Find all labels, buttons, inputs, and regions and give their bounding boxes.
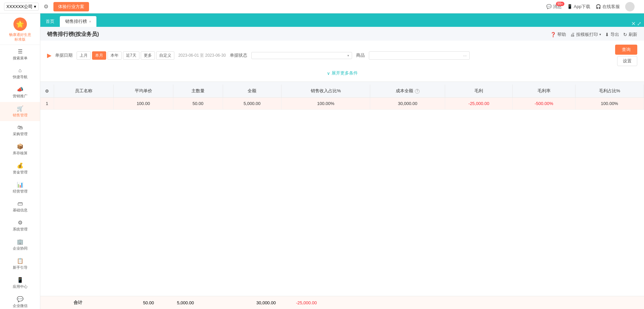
help-icon: ❓ bbox=[550, 32, 556, 37]
sidebar-item-nav[interactable]: ⌂ 快捷导航 bbox=[0, 64, 40, 83]
content-area: 首页 销售排行榜 × ✕ ⤢ 销售排行榜(按业务员) ❓ 帮助 bbox=[40, 13, 644, 309]
footer-total: 5,000.00 bbox=[177, 300, 194, 305]
cell-avg-price: 100.00 bbox=[114, 98, 173, 110]
sidebar-item-finance[interactable]: 💰 资金管理 bbox=[0, 159, 40, 178]
main-layout: 🌟 畅康通好生意标准版 ☰ 搜索菜单 ⌂ 快捷导航 📣 营销推广 🛒 销售管理 … bbox=[0, 13, 644, 309]
corp-icon: 🏢 bbox=[17, 239, 24, 245]
cell-cost-total: 30,000.00 bbox=[370, 98, 445, 110]
table-header-row: ⚙ 员工名称 平均单价 主数量 全额 销售收入占比% 成本全额 ? 毛利 bbox=[40, 85, 644, 98]
sidebar-item-corp[interactable]: 🏢 企业协同 bbox=[0, 235, 40, 254]
guide-icon: 📋 bbox=[17, 258, 24, 264]
sidebar-item-wechat[interactable]: 💬 企业微信 bbox=[0, 293, 40, 309]
sidebar-item-guide[interactable]: 📋 新手引导 bbox=[0, 254, 40, 273]
col-avg-price: 平均单价 bbox=[114, 85, 173, 98]
date-btn-this-year[interactable]: 本年 bbox=[108, 51, 122, 60]
status-filter-label: 单据状态 bbox=[230, 52, 247, 58]
col-settings[interactable]: ⚙ bbox=[40, 85, 54, 98]
goods-input[interactable]: ··· bbox=[369, 51, 470, 60]
ops-icon: 📊 bbox=[17, 182, 24, 188]
status-chevron-icon: ▾ bbox=[347, 54, 349, 57]
sidebar-label-ops: 经营管理 bbox=[13, 189, 28, 194]
sidebar: 🌟 畅康通好生意标准版 ☰ 搜索菜单 ⌂ 快捷导航 📣 营销推广 🛒 销售管理 … bbox=[0, 13, 40, 309]
sidebar-item-base[interactable]: 🗃 基础信息 bbox=[0, 197, 40, 216]
col-sales-pct: 销售收入占比% bbox=[281, 85, 370, 98]
message-badge: 99+ bbox=[556, 2, 564, 6]
sidebar-label-corp: 企业协同 bbox=[13, 246, 28, 251]
base-icon: 🗃 bbox=[17, 201, 23, 207]
help-label: 帮助 bbox=[557, 32, 566, 38]
sidebar-label-system: 系统管理 bbox=[13, 227, 28, 232]
sidebar-item-apps[interactable]: 📱 应用中心 bbox=[0, 273, 40, 293]
sidebar-item-system[interactable]: ⚙ 系统管理 bbox=[0, 216, 40, 235]
sales-icon: 🛒 bbox=[17, 105, 24, 112]
date-filter-label: 单据日期 bbox=[55, 52, 73, 58]
expand-more-button[interactable]: ∨ 展开更多条件 bbox=[327, 69, 358, 78]
sidebar-item-sales[interactable]: 🛒 销售管理 bbox=[0, 102, 40, 121]
table-footer: 合计 50.00 5,000.00 30,000.00 -25,000.00 bbox=[40, 296, 644, 309]
apps-icon: 📱 bbox=[17, 277, 24, 283]
sidebar-item-marketing[interactable]: 📣 营销推广 bbox=[0, 83, 40, 102]
cell-gross-pct: 100.00% bbox=[575, 98, 644, 110]
online-service-button[interactable]: 🎧 在线客服 bbox=[596, 4, 620, 10]
help-link[interactable]: ❓ 帮助 bbox=[550, 32, 566, 38]
filter-expand-arrow[interactable]: ▶ bbox=[47, 52, 51, 59]
page-header-actions: ❓ 帮助 🖨 按模板打印 ▾ ⬇ 导出 ↻ 刷新 bbox=[550, 32, 637, 38]
sidebar-label-base: 基础信息 bbox=[13, 208, 28, 213]
sidebar-label-nav: 快捷导航 bbox=[13, 74, 28, 80]
sidebar-item-inventory[interactable]: 📦 库存核算 bbox=[0, 140, 40, 159]
refresh-button[interactable]: ↻ 刷新 bbox=[623, 32, 637, 38]
query-button[interactable]: 查询 bbox=[615, 45, 637, 55]
headset-icon: 🎧 bbox=[596, 4, 601, 9]
sidebar-label-search: 搜索菜单 bbox=[13, 56, 28, 61]
sidebar-item-search[interactable]: ☰ 搜索菜单 bbox=[0, 45, 40, 64]
date-btn-7days[interactable]: 近7天 bbox=[123, 51, 139, 60]
sidebar-label-inventory: 库存核算 bbox=[13, 151, 28, 156]
tab-expand-icon[interactable]: ⤢ bbox=[637, 20, 641, 27]
export-button[interactable]: ⬇ 导出 bbox=[605, 32, 619, 38]
cell-sales-pct: 100.00% bbox=[281, 98, 370, 110]
tab-close-all-icon[interactable]: ✕ bbox=[631, 20, 636, 27]
app-download-button[interactable]: 📱 App下载 bbox=[567, 4, 590, 10]
print-button[interactable]: 🖨 按模板打印 ▾ bbox=[570, 32, 601, 38]
col-cost-total: 成本全额 ? bbox=[370, 85, 445, 98]
finance-icon: 💰 bbox=[17, 162, 24, 169]
sidebar-label-purchase: 采购管理 bbox=[13, 132, 28, 137]
data-table-wrapper: ⚙ 员工名称 平均单价 主数量 全额 销售收入占比% 成本全额 ? 毛利 bbox=[40, 85, 644, 296]
cost-total-help-icon[interactable]: ? bbox=[415, 89, 420, 94]
filter-expand-row: ∨ 展开更多条件 bbox=[47, 69, 637, 78]
tab-sales-ranking[interactable]: 销售排行榜 × bbox=[60, 16, 96, 27]
sidebar-item-purchase[interactable]: 🛍 采购管理 bbox=[0, 121, 40, 140]
tab-close-icon[interactable]: × bbox=[89, 19, 91, 23]
company-selector[interactable]: XXXXXX公司 ▾ bbox=[4, 3, 39, 11]
footer-gross-profit: -25,000.00 bbox=[296, 300, 317, 305]
status-select[interactable]: ▾ bbox=[251, 52, 352, 59]
data-table: ⚙ 员工名称 平均单价 主数量 全额 销售收入占比% 成本全额 ? 毛利 bbox=[40, 85, 644, 110]
print-label: 按模板打印 bbox=[576, 32, 598, 38]
date-btn-custom[interactable]: 自定义 bbox=[156, 51, 174, 60]
date-btn-more[interactable]: 更多 bbox=[141, 51, 155, 60]
date-btn-last-month[interactable]: 上月 bbox=[77, 51, 91, 60]
settings-icon[interactable]: ⚙ bbox=[41, 2, 51, 11]
date-btn-this-month[interactable]: 本月 bbox=[92, 51, 106, 60]
trial-button[interactable]: 体验行业方案 bbox=[53, 2, 89, 11]
table-row: 1100.0050.005,000.00100.00%30,000.00-25,… bbox=[40, 98, 644, 110]
tab-home-label: 首页 bbox=[46, 18, 54, 24]
date-button-group: 上月 本月 本年 近7天 更多 自定义 bbox=[77, 51, 174, 60]
page-header: 销售排行榜(按业务员) ❓ 帮助 🖨 按模板打印 ▾ ⬇ 导出 bbox=[40, 27, 644, 41]
sidebar-item-ops[interactable]: 📊 经营管理 bbox=[0, 178, 40, 197]
inventory-icon: 📦 bbox=[17, 143, 24, 150]
company-name: XXXXXX公司 bbox=[6, 4, 33, 10]
sidebar-logo: 🌟 畅康通好生意标准版 bbox=[0, 13, 40, 45]
refresh-icon: ↻ bbox=[623, 32, 627, 37]
message-button[interactable]: 💬 消息 99+ bbox=[546, 4, 562, 10]
date-range-text: 2023-06-01 至 2023-06-30 bbox=[178, 53, 226, 58]
expand-more-label: 展开更多条件 bbox=[332, 70, 358, 76]
tab-home[interactable]: 首页 bbox=[40, 16, 60, 27]
purchase-icon: 🛍 bbox=[17, 124, 23, 131]
sidebar-label-finance: 资金管理 bbox=[13, 170, 28, 175]
marketing-icon: 📣 bbox=[17, 86, 24, 93]
user-avatar[interactable] bbox=[625, 2, 635, 11]
settings-button[interactable]: 设置 bbox=[617, 56, 637, 66]
filter-row-1: ▶ 单据日期 上月 本月 本年 近7天 更多 自定义 2023-06-01 至 … bbox=[47, 45, 637, 66]
cell-main-qty: 50.00 bbox=[173, 98, 223, 110]
